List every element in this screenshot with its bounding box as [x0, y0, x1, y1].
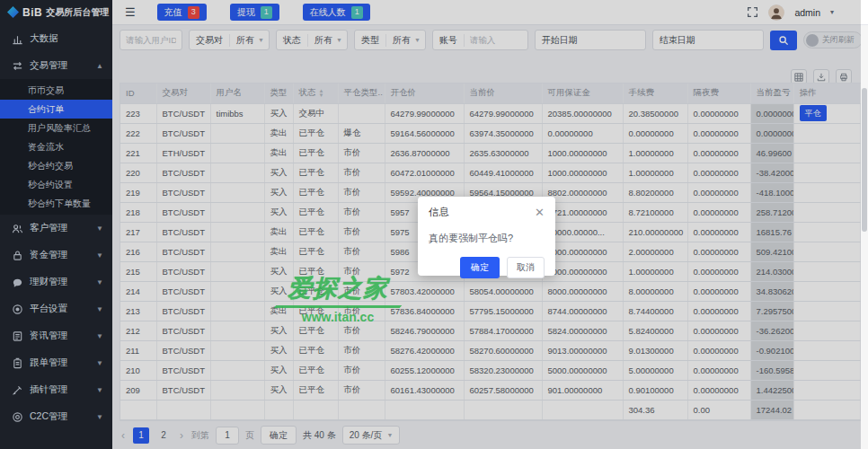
- watermark-url: www.itan.cc: [266, 310, 410, 324]
- close-icon[interactable]: ✕: [535, 207, 545, 218]
- confirm-dialog: 信息 ✕ 真的要强制平仓吗? 确定 取消: [418, 197, 555, 276]
- dialog-message: 真的要强制平仓吗?: [429, 232, 545, 245]
- watermark-title: 爱探之家: [266, 272, 410, 304]
- scrollbar[interactable]: [861, 25, 868, 449]
- scrollbar-thumb[interactable]: [862, 88, 867, 232]
- watermark-swoosh: [274, 305, 403, 308]
- dialog-title: 信息: [429, 206, 449, 219]
- app-root: BiB 交易所后台管理 ☰ 充值 3 提现 1 在线人数 1 admin ▾: [0, 0, 868, 449]
- dialog-cancel-button[interactable]: 取消: [507, 257, 545, 278]
- watermark: 爱探之家 www.itan.cc: [266, 272, 410, 324]
- dialog-confirm-button[interactable]: 确定: [460, 257, 500, 278]
